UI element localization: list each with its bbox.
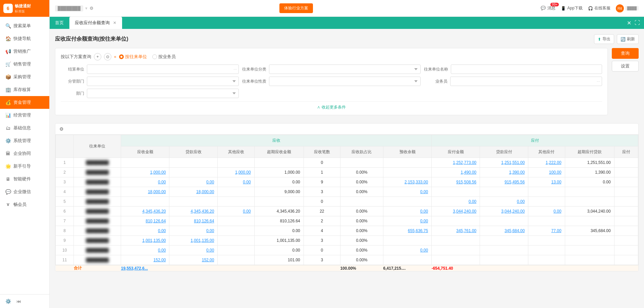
table-cell[interactable]: 0.00 bbox=[218, 207, 254, 216]
table-cell[interactable]: 0.00% bbox=[340, 177, 383, 187]
table-cell[interactable]: 0.00% bbox=[340, 236, 383, 246]
query-btn[interactable]: 查询 bbox=[612, 48, 639, 59]
table-cell[interactable]: 9 bbox=[304, 177, 340, 187]
table-cell[interactable]: 0.00 bbox=[169, 177, 218, 187]
user-info[interactable]: Rit ████ bbox=[616, 4, 639, 12]
sidebar-item-sales[interactable]: 🛒 销售管理 bbox=[0, 58, 49, 71]
table-cell[interactable]: 2 bbox=[304, 216, 340, 226]
filter-scheme-btn[interactable]: ⊙ bbox=[104, 53, 111, 60]
sidebar-item-inventory[interactable]: 🏢 库存核算 bbox=[0, 83, 49, 96]
table-cell[interactable]: 1,251,551.00 bbox=[565, 158, 614, 168]
table-cell[interactable]: 0.00% bbox=[340, 187, 383, 197]
table-cell[interactable]: 345,684.00 bbox=[565, 226, 614, 236]
table-cell[interactable]: 1,001,135.00 bbox=[254, 236, 304, 246]
table-cell[interactable]: 4,345,436.20 bbox=[169, 207, 218, 216]
scheme-btn[interactable]: 体验行业方案 bbox=[279, 3, 313, 13]
table-cell[interactable]: 3,044,240.00 bbox=[432, 207, 480, 216]
collapse-more[interactable]: ∧ 收起更多条件 bbox=[61, 101, 602, 110]
set-btn[interactable]: 设置 bbox=[612, 61, 639, 72]
table-cell[interactable]: 0.00 bbox=[432, 197, 480, 207]
table-cell[interactable]: 810,126.64 bbox=[254, 216, 304, 226]
table-cell[interactable]: 1 bbox=[304, 168, 340, 177]
table-cell[interactable]: 1,001,135.00 bbox=[169, 236, 218, 246]
dept-select[interactable] bbox=[87, 77, 239, 86]
sidebar-item-corp[interactable]: 🏛 企业协同 bbox=[0, 147, 49, 160]
table-cell[interactable]: 0.00 bbox=[383, 216, 432, 226]
sidebar-item-guide[interactable]: 🌟 新手引导 bbox=[0, 160, 49, 173]
table-cell[interactable]: 152.00 bbox=[169, 255, 218, 265]
collapse-icon[interactable]: ⏮ bbox=[16, 299, 21, 304]
message-btn[interactable]: 💬 99+ 消息 bbox=[541, 5, 555, 11]
app-download-btn[interactable]: 📱 App下载 bbox=[561, 5, 582, 11]
partner-nature-select[interactable] bbox=[269, 77, 420, 86]
table-cell[interactable]: 1,251,551.00 bbox=[480, 158, 528, 168]
table-cell[interactable]: 1,390.00 bbox=[480, 168, 528, 177]
table-cell[interactable]: 4,345,436.20 bbox=[121, 207, 169, 216]
table-cell[interactable]: 0.00 bbox=[121, 226, 169, 236]
table-cell[interactable]: 0.00% bbox=[340, 246, 383, 255]
table-cell[interactable]: 2,153,333.00 bbox=[383, 177, 432, 187]
table-cell[interactable]: 1,001,135.00 bbox=[121, 236, 169, 246]
table-cell[interactable]: 0 bbox=[304, 246, 340, 255]
table-cell[interactable]: 0.00 bbox=[383, 187, 432, 197]
sidebar-item-member[interactable]: V 畅会员 bbox=[0, 198, 49, 211]
table-cell[interactable]: 655,636.75 bbox=[383, 226, 432, 236]
sidebar-item-system[interactable]: ⚙️ 系统管理 bbox=[0, 134, 49, 147]
table-cell[interactable]: 0.00 bbox=[218, 177, 254, 187]
table-cell[interactable]: 77.00 bbox=[528, 226, 565, 236]
sidebar-item-finance[interactable]: 💰 资金管理 bbox=[0, 96, 49, 109]
table-cell[interactable]: 101.00 bbox=[254, 255, 304, 265]
table-cell[interactable]: 3 bbox=[304, 236, 340, 246]
table-cell[interactable]: 0.00 bbox=[254, 177, 304, 187]
refresh-btn[interactable]: 🔄 刷新 bbox=[617, 34, 639, 44]
sidebar-item-basic[interactable]: 🗂 基础信息 bbox=[0, 122, 49, 134]
table-cell[interactable]: 0 bbox=[304, 197, 340, 207]
sidebar-item-wechat[interactable]: 💬 企业微信 bbox=[0, 185, 49, 198]
online-service-btn[interactable]: 🎧 在线客服 bbox=[588, 5, 610, 11]
table-cell[interactable]: 0.00% bbox=[340, 255, 383, 265]
scheme-option-sales[interactable]: 按业务员 bbox=[152, 54, 176, 60]
table-cell[interactable]: 0.00% bbox=[340, 168, 383, 177]
table-cell[interactable]: 810,126.64 bbox=[121, 216, 169, 226]
expand-icon[interactable]: ⛶ bbox=[635, 20, 640, 26]
table-cell[interactable]: 4 bbox=[304, 226, 340, 236]
table-cell[interactable]: 1,490.00 bbox=[432, 168, 480, 177]
table-cell[interactable]: 18,000.00 bbox=[169, 187, 218, 197]
settings-bottom-icon[interactable]: ⚙️ bbox=[5, 299, 11, 304]
table-cell[interactable]: 0.00 bbox=[121, 246, 169, 255]
sidebar-item-purchase[interactable]: 📦 采购管理 bbox=[0, 71, 49, 83]
partner-name-input[interactable] bbox=[451, 64, 602, 74]
salesperson-input[interactable] bbox=[450, 77, 602, 86]
filter-toggle[interactable]: « bbox=[114, 54, 116, 59]
table-cell[interactable]: 0.00 bbox=[528, 207, 565, 216]
table-cell[interactable]: 1,252,773.00 bbox=[432, 158, 480, 168]
table-cell[interactable]: 1,000.00 bbox=[121, 168, 169, 177]
table-cell[interactable]: 4,345,436.20 bbox=[254, 207, 304, 216]
tab-close-icon[interactable]: ✕ bbox=[113, 20, 116, 25]
table-cell[interactable]: 0.00 bbox=[383, 246, 432, 255]
table-cell[interactable]: 0.00 bbox=[480, 197, 528, 207]
table-cell[interactable]: 0.00 bbox=[169, 246, 218, 255]
partner-type-select[interactable] bbox=[269, 64, 420, 74]
table-cell[interactable]: 0.00 bbox=[121, 177, 169, 187]
table-cell[interactable]: 0.00 bbox=[169, 226, 218, 236]
table-cell[interactable]: 3 bbox=[304, 187, 340, 197]
table-cell[interactable]: 18,000.00 bbox=[121, 187, 169, 197]
tab-home[interactable]: 首页 bbox=[50, 17, 69, 29]
sidebar-item-marketing[interactable]: 📢 营销推广 bbox=[0, 45, 49, 58]
table-cell[interactable]: 1,000.00 bbox=[254, 168, 304, 177]
table-cell[interactable]: 0.00 bbox=[254, 226, 304, 236]
table-cell[interactable]: 0.00 bbox=[565, 177, 614, 187]
scheme-option-partner[interactable]: 按往来单位 bbox=[119, 54, 147, 60]
gear-btn[interactable]: ⚙ bbox=[90, 6, 94, 11]
table-cell[interactable]: 152.00 bbox=[121, 255, 169, 265]
table-cell[interactable]: 3,044,240.00 bbox=[565, 207, 614, 216]
table-cell[interactable]: 0.00% bbox=[340, 216, 383, 226]
sidebar-item-operations[interactable]: 📊 经营管理 bbox=[0, 109, 49, 122]
table-cell[interactable]: 9,000.00 bbox=[254, 187, 304, 197]
table-cell[interactable]: 345,684.00 bbox=[480, 226, 528, 236]
table-cell[interactable]: 3 bbox=[304, 255, 340, 265]
table-cell[interactable]: 1,222.00 bbox=[528, 158, 565, 168]
table-cell[interactable]: 915,508.56 bbox=[432, 177, 480, 187]
tab-arquery[interactable]: 应收应付余额查询 ✕ bbox=[69, 17, 122, 29]
